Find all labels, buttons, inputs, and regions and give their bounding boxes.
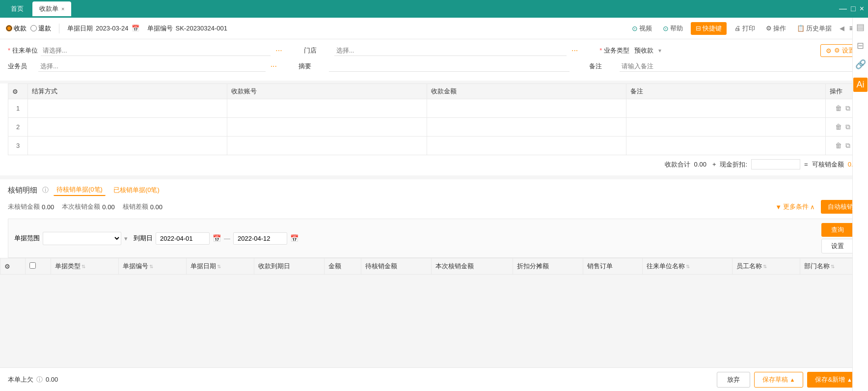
video-btn[interactable]: ⊙ 视频: [629, 23, 655, 34]
nav-left-icon[interactable]: ◀: [840, 25, 844, 32]
amount-input-3[interactable]: [427, 137, 626, 155]
minimize-icon[interactable]: —: [839, 4, 847, 13]
done-tab[interactable]: 已核销单据(0笔): [110, 185, 163, 196]
cell-account-1[interactable]: [227, 99, 427, 118]
save-draft-button[interactable]: 保存草稿 ▲: [754, 372, 804, 388]
discount-input[interactable]: [751, 159, 800, 169]
cell-settlement-1[interactable]: [28, 99, 227, 118]
calendar-icon[interactable]: 📅: [132, 25, 139, 32]
available-label: 可核销金额: [812, 160, 844, 169]
doc-range-dropdown-icon[interactable]: ▾: [124, 235, 128, 242]
summary-row: 收款合计 0.00 + 现金折扣: = 可核销金额 0.00: [0, 155, 868, 175]
footer-info-icon[interactable]: ⓘ: [36, 375, 43, 384]
tab-close-icon[interactable]: ×: [61, 6, 64, 12]
date-to-cal-icon[interactable]: 📅: [290, 234, 298, 242]
more-conditions-btn[interactable]: ▼ 更多条件 ∧: [775, 202, 815, 211]
salesperson-input[interactable]: [38, 61, 266, 72]
cell-amount-3[interactable]: [427, 137, 626, 155]
pending-tab[interactable]: 待核销单据(0笔): [54, 184, 106, 196]
sidebar-ai-icon[interactable]: Ai: [853, 78, 867, 92]
remark-input-2[interactable]: [626, 118, 825, 136]
recon-header: 核销明细 ⓘ 待核销单据(0笔) 已核销单据(0笔): [8, 184, 860, 196]
recon-info-icon[interactable]: ⓘ: [42, 186, 49, 195]
cell-amount-1[interactable]: [427, 99, 626, 118]
store-group: 门店 ···: [304, 45, 580, 56]
print-btn[interactable]: 🖨 打印: [732, 23, 758, 34]
cell-account-3[interactable]: [227, 137, 427, 155]
delete-row-2-icon[interactable]: 🗑: [835, 123, 842, 131]
amount-input-1[interactable]: [427, 99, 626, 117]
sidebar-link-icon[interactable]: 🔗: [855, 59, 866, 70]
filter-settings-button[interactable]: 设置: [821, 239, 854, 253]
radio-receipt[interactable]: [6, 25, 12, 31]
sidebar-minus-icon[interactable]: ⊟: [857, 40, 864, 51]
receipt-table-wrap: ⚙ 结算方式 收款账号 收款金额 备注 操作: [0, 84, 868, 155]
cell-remark-3[interactable]: [626, 137, 825, 155]
cell-settlement-3[interactable]: [28, 137, 227, 155]
copy-row-3-icon[interactable]: ⧉: [845, 141, 850, 149]
settlement-input-1[interactable]: [28, 99, 227, 117]
sidebar-table-icon[interactable]: ▤: [856, 22, 865, 32]
settlement-input-2[interactable]: [28, 118, 227, 136]
help-icon: ⊙: [663, 25, 669, 32]
table-col-settings[interactable]: ⚙: [8, 84, 28, 99]
radio-refund-label[interactable]: 退款: [30, 24, 51, 33]
bt-col-checkbox[interactable]: [25, 258, 51, 275]
copy-row-1-icon[interactable]: ⧉: [845, 104, 850, 112]
bt-col-doc-type: 单据类型⇅: [51, 258, 119, 275]
date-to-input[interactable]: [233, 232, 287, 245]
delete-row-1-icon[interactable]: 🗑: [835, 104, 842, 112]
operations-btn[interactable]: ⚙ 操作: [763, 23, 789, 34]
delete-row-3-icon[interactable]: 🗑: [835, 141, 842, 149]
remark-input-1[interactable]: [626, 99, 825, 117]
account-input-2[interactable]: [227, 118, 426, 136]
cell-settlement-2[interactable]: [28, 118, 227, 137]
tab-receipt[interactable]: 收款单 ×: [32, 1, 71, 16]
abandon-button[interactable]: 放弃: [717, 372, 750, 388]
cell-remark-2[interactable]: [626, 118, 825, 137]
bt-col-settings[interactable]: ⚙: [0, 258, 26, 275]
tab-bar: 首页 收款单 × — □ ×: [0, 0, 868, 18]
store-input[interactable]: [334, 45, 567, 56]
summary-input[interactable]: [329, 61, 570, 72]
unclaimed-stat: 未核销金额 0.00: [8, 202, 54, 211]
copy-row-2-icon[interactable]: ⧉: [845, 123, 850, 131]
amount-input-2[interactable]: [427, 118, 626, 136]
close-icon[interactable]: ×: [860, 4, 864, 13]
settlement-input-3[interactable]: [28, 137, 227, 155]
cell-amount-2[interactable]: [427, 118, 626, 137]
bt-settings-icon[interactable]: ⚙: [4, 263, 10, 270]
account-input-3[interactable]: [227, 137, 426, 155]
filter-buttons: 查询 设置: [821, 223, 854, 253]
cell-remark-1[interactable]: [626, 99, 825, 118]
shortcut-btn[interactable]: ⊟ 快捷键: [691, 22, 727, 35]
store-more-icon[interactable]: ···: [570, 46, 580, 55]
radio-refund[interactable]: [30, 25, 37, 31]
salesperson-more-icon[interactable]: ···: [269, 62, 279, 71]
counterpart-input[interactable]: [41, 45, 271, 56]
cell-account-2[interactable]: [227, 118, 427, 137]
doc-range-select[interactable]: [43, 232, 121, 245]
account-input-1[interactable]: [227, 99, 426, 117]
col-settings-icon[interactable]: ⚙: [12, 88, 18, 95]
select-all-checkbox[interactable]: [29, 262, 36, 269]
receipt-table: ⚙ 结算方式 收款账号 收款金额 备注 操作: [8, 84, 860, 155]
query-button[interactable]: 查询: [821, 223, 854, 237]
counterpart-more-icon[interactable]: ···: [273, 46, 284, 55]
total-val: 0.00: [694, 161, 706, 168]
help-btn[interactable]: ⊙ 帮助: [660, 23, 686, 34]
maximize-icon[interactable]: □: [851, 4, 856, 13]
diff-label: 核销差额: [123, 202, 148, 211]
recon-title: 核销明细: [8, 186, 37, 195]
radio-receipt-label[interactable]: 收款: [6, 24, 27, 33]
date-label: 单据日期: [67, 24, 93, 33]
history-btn[interactable]: 📋 历史单据: [794, 23, 835, 34]
bt-col-counterpart: 往来单位名称⇅: [642, 258, 732, 275]
biz-type-dropdown-icon[interactable]: ▾: [658, 47, 661, 54]
settings-icon: ⚙: [826, 47, 832, 55]
remark-input-3[interactable]: [626, 137, 825, 155]
date-from-cal-icon[interactable]: 📅: [213, 234, 221, 242]
date-from-input[interactable]: [156, 232, 210, 245]
tab-home[interactable]: 首页: [4, 1, 30, 16]
remark-input[interactable]: [620, 61, 860, 72]
